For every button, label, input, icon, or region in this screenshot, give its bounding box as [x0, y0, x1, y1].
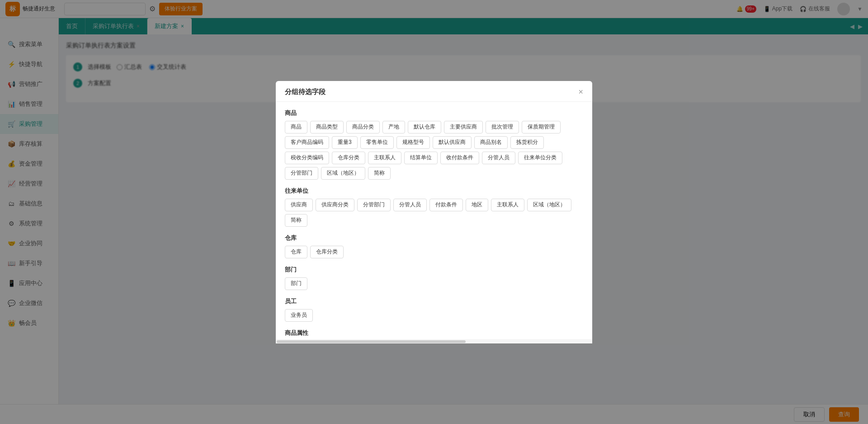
- modal-close-btn[interactable]: ×: [578, 87, 583, 97]
- employee-tags: 业务员: [285, 309, 583, 322]
- section-goods-attr: 商品属性 属性 颜色 多规格 尺码 鞋码 1: [285, 329, 583, 340]
- warehouse-tags: 仓库 仓库分类: [285, 246, 583, 258]
- tag-spec-model[interactable]: 规格型号: [396, 136, 430, 149]
- modal-hscroll[interactable]: [276, 339, 592, 343]
- tag-goods[interactable]: 商品: [285, 121, 307, 133]
- tag-origin[interactable]: 产地: [382, 121, 405, 133]
- tag-warehouse-category[interactable]: 仓库分类: [332, 152, 365, 164]
- tag-quality-period[interactable]: 保质期管理: [522, 121, 561, 133]
- dept-tags: 部门: [285, 277, 583, 290]
- section-goods-title: 商品: [285, 109, 583, 117]
- section-partner-title: 往来单位: [285, 187, 583, 195]
- goods-tags: 商品 商品类型 商品分类 产地 默认仓库 主要供应商 批次管理 保质期管理 客户…: [285, 121, 583, 180]
- section-employee: 员工 业务员: [285, 297, 583, 322]
- tag-retail-unit[interactable]: 零售单位: [360, 136, 394, 149]
- modal-header: 分组待选字段 ×: [276, 81, 592, 102]
- section-dept: 部门 部门: [285, 266, 583, 290]
- tag-manager-partner[interactable]: 分管人员: [393, 199, 427, 211]
- tag-tax-code[interactable]: 税收分类编码: [285, 152, 329, 164]
- tag-main-contact-partner[interactable]: 主联系人: [491, 199, 524, 211]
- section-goods-attr-title: 商品属性: [285, 329, 583, 337]
- tag-manager[interactable]: 分管人员: [482, 152, 515, 164]
- tag-region-goods[interactable]: 区域（地区）: [321, 167, 365, 180]
- tag-payment-terms[interactable]: 收付款条件: [440, 152, 479, 164]
- tag-batch-mgmt[interactable]: 批次管理: [486, 121, 519, 133]
- partner-tags: 供应商 供应商分类 分管部门 分管人员 付款条件 地区 主联系人 区域（地区） …: [285, 199, 583, 227]
- modal-overlay: 分组待选字段 × 商品 商品 商品类型 商品分类 产地 默认仓库 主要供应商 批…: [0, 0, 868, 424]
- modal-title: 分组待选字段: [285, 88, 326, 96]
- tag-abbr-goods[interactable]: 简称: [368, 167, 391, 180]
- section-warehouse-title: 仓库: [285, 234, 583, 242]
- tag-default-supplier[interactable]: 默认供应商: [433, 136, 472, 149]
- section-partner: 往来单位 供应商 供应商分类 分管部门 分管人员 付款条件 地区 主联系人 区域…: [285, 187, 583, 227]
- tag-default-warehouse[interactable]: 默认仓库: [408, 121, 441, 133]
- tag-salesperson[interactable]: 业务员: [285, 309, 313, 322]
- section-goods: 商品 商品 商品类型 商品分类 产地 默认仓库 主要供应商 批次管理 保质期管理…: [285, 109, 583, 180]
- tag-dept-partner[interactable]: 分管部门: [357, 199, 391, 211]
- tag-abbr-partner[interactable]: 简称: [285, 214, 307, 227]
- section-dept-title: 部门: [285, 266, 583, 274]
- modal-body[interactable]: 商品 商品 商品类型 商品分类 产地 默认仓库 主要供应商 批次管理 保质期管理…: [276, 102, 592, 340]
- tag-weight3[interactable]: 重量3: [332, 136, 358, 149]
- tag-warehouse-cat[interactable]: 仓库分类: [310, 246, 344, 258]
- tag-region-area-partner[interactable]: 区域（地区）: [527, 199, 571, 211]
- tag-main-contact[interactable]: 主联系人: [368, 152, 401, 164]
- section-warehouse: 仓库 仓库 仓库分类: [285, 234, 583, 258]
- tag-goods-alias[interactable]: 商品别名: [474, 136, 508, 149]
- tag-supplier-category[interactable]: 供应商分类: [316, 199, 354, 211]
- tag-main-supplier[interactable]: 主要供应商: [444, 121, 483, 133]
- tag-warehouse[interactable]: 仓库: [285, 246, 307, 258]
- tag-settlement-unit[interactable]: 结算单位: [404, 152, 438, 164]
- field-select-modal: 分组待选字段 × 商品 商品 商品类型 商品分类 产地 默认仓库 主要供应商 批…: [276, 81, 592, 343]
- tag-goods-category[interactable]: 商品分类: [346, 121, 380, 133]
- tag-pick-points[interactable]: 拣货积分: [510, 136, 544, 149]
- tag-dept[interactable]: 部门: [285, 277, 307, 290]
- tag-payment-cond[interactable]: 付款条件: [429, 199, 463, 211]
- tag-dept-in-charge[interactable]: 分管部门: [285, 167, 318, 180]
- tag-customer-code[interactable]: 客户商品编码: [285, 136, 329, 149]
- tag-supplier[interactable]: 供应商: [285, 199, 313, 211]
- section-employee-title: 员工: [285, 297, 583, 305]
- tag-region-partner[interactable]: 地区: [466, 199, 488, 211]
- tag-goods-type[interactable]: 商品类型: [310, 121, 344, 133]
- tag-partner-category[interactable]: 往来单位分类: [518, 152, 562, 164]
